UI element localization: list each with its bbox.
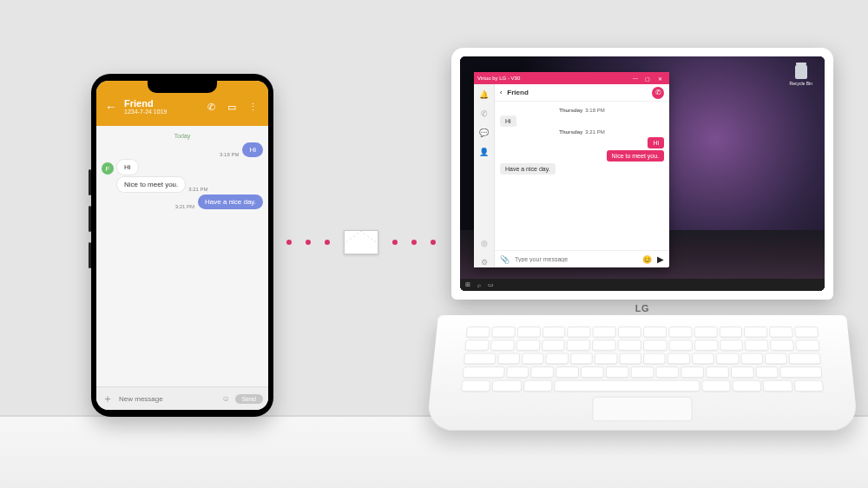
dot-icon bbox=[431, 240, 436, 245]
dot-icon bbox=[306, 240, 311, 245]
phone-device: ← Friend 1234-7-24 1019 ✆ ▭ ⋮ Today 3:18… bbox=[91, 74, 273, 417]
window-maximize-icon[interactable]: ▢ bbox=[641, 76, 654, 82]
recycle-bin-icon bbox=[795, 65, 807, 79]
laptop-keyboard bbox=[461, 326, 824, 392]
app-call-button[interactable]: ✆ bbox=[652, 87, 664, 99]
app-day-divider: Thursday3:21 PM bbox=[500, 129, 664, 135]
phone-side-buttons bbox=[89, 169, 91, 279]
phone-more-icon[interactable]: ⋮ bbox=[246, 100, 260, 114]
message-bubble[interactable]: Hi bbox=[117, 160, 138, 175]
laptop-logo: LG bbox=[438, 303, 846, 313]
phone-message-out: 3:18 PM Hi bbox=[102, 142, 263, 157]
contact-avatar[interactable]: F bbox=[102, 162, 114, 175]
messages-icon[interactable]: 💬 bbox=[479, 128, 490, 138]
message-bubble[interactable]: Hi bbox=[242, 142, 263, 157]
emoji-icon[interactable]: ☺ bbox=[221, 394, 229, 403]
dot-icon bbox=[325, 240, 330, 245]
phone-video-icon[interactable]: ▭ bbox=[225, 100, 239, 114]
phone-day-label: Today bbox=[102, 133, 263, 139]
app-day-divider: Thursday3:18 PM bbox=[500, 108, 664, 113]
app-message-in: Hi bbox=[500, 115, 664, 127]
attach-icon[interactable]: ＋ bbox=[102, 392, 114, 405]
window-close-icon[interactable]: ✕ bbox=[654, 76, 666, 82]
search-icon[interactable]: ⌕ bbox=[477, 282, 481, 288]
recycle-bin[interactable]: Recycle Bin bbox=[790, 65, 812, 86]
message-bubble[interactable]: Nice to meet you. bbox=[117, 177, 185, 192]
phone-message-input[interactable] bbox=[119, 395, 216, 403]
contacts-icon[interactable]: 👤 bbox=[479, 147, 490, 157]
notifications-icon[interactable]: 🔔 bbox=[479, 89, 490, 100]
app-message-list: Thursday3:18 PM Hi Thursday3:21 PM Hi Ni… bbox=[495, 102, 669, 250]
window-titlebar[interactable]: Virtoo by LG - V30 — ▢ ✕ bbox=[474, 72, 669, 84]
phone-contact-subtitle: 1234-7-24 1019 bbox=[124, 109, 197, 115]
app-message-out: Hi bbox=[500, 137, 664, 148]
app-chat-header: ‹ Friend ✆ bbox=[495, 84, 669, 102]
settings-icon[interactable]: ⚙ bbox=[479, 257, 490, 267]
app-composer: 📎 😊 ▶ bbox=[495, 250, 669, 267]
windows-taskbar[interactable]: ⊞ ⌕ ▭ bbox=[460, 279, 825, 291]
dot-icon bbox=[411, 240, 417, 245]
message-bubble[interactable]: Hi bbox=[648, 137, 664, 148]
phone-icon[interactable]: ✆ bbox=[479, 109, 490, 119]
message-timestamp: 3:21 PM bbox=[175, 204, 194, 209]
app-sidebar: 🔔 ✆ 💬 👤 ◎ ⚙ bbox=[474, 84, 495, 267]
taskview-icon[interactable]: ▭ bbox=[488, 281, 494, 288]
laptop-lid: Recycle Bin Virtoo by LG - V30 — ▢ ✕ 🔔 ✆… bbox=[451, 48, 833, 300]
phone-send-button[interactable]: Send bbox=[235, 394, 263, 404]
phone-message-in: Nice to meet you. 3:21 PM bbox=[102, 177, 263, 192]
phone-composer: ＋ ☺ Send bbox=[96, 386, 268, 410]
sync-connector bbox=[286, 230, 436, 254]
message-bubble[interactable]: Have a nice day. bbox=[500, 163, 556, 175]
phone-call-icon[interactable]: ✆ bbox=[204, 100, 218, 114]
back-chevron-icon[interactable]: ‹ bbox=[500, 89, 502, 96]
phone-screen: ← Friend 1234-7-24 1019 ✆ ▭ ⋮ Today 3:18… bbox=[96, 81, 268, 410]
attach-icon[interactable]: 📎 bbox=[500, 255, 510, 264]
laptop-trackpad[interactable] bbox=[592, 397, 693, 422]
phone-contact-name: Friend bbox=[124, 99, 197, 109]
start-icon[interactable]: ⊞ bbox=[465, 281, 470, 288]
message-timestamp: 3:21 PM bbox=[188, 187, 207, 192]
app-message-out: Nice to meet you. bbox=[500, 150, 664, 162]
message-bubble[interactable]: Hi bbox=[500, 115, 516, 127]
back-arrow-icon[interactable]: ← bbox=[105, 100, 117, 114]
phone-notch bbox=[148, 81, 217, 93]
message-bubble[interactable]: Have a nice day. bbox=[198, 195, 263, 209]
laptop-base bbox=[426, 315, 858, 431]
dot-icon bbox=[392, 240, 398, 245]
laptop-screen: Recycle Bin Virtoo by LG - V30 — ▢ ✕ 🔔 ✆… bbox=[460, 56, 825, 291]
app-message-in: Have a nice day. bbox=[500, 163, 664, 175]
message-timestamp: 3:18 PM bbox=[220, 152, 239, 157]
virtoo-app-window: Virtoo by LG - V30 — ▢ ✕ 🔔 ✆ 💬 👤 ◎ ⚙ bbox=[474, 72, 669, 267]
mirror-icon[interactable]: ◎ bbox=[479, 238, 490, 248]
phone-message-list: Today 3:18 PM Hi F Hi Nice to meet you. … bbox=[96, 126, 268, 386]
emoji-icon[interactable]: 😊 bbox=[642, 255, 652, 264]
message-bubble[interactable]: Nice to meet you. bbox=[607, 150, 664, 162]
send-icon[interactable]: ▶ bbox=[657, 254, 664, 264]
dot-icon bbox=[286, 240, 292, 245]
app-main-pane: ‹ Friend ✆ Thursday3:18 PM Hi Thursday3:… bbox=[495, 84, 669, 267]
envelope-icon bbox=[344, 230, 378, 254]
app-message-input[interactable] bbox=[515, 256, 637, 262]
window-minimize-icon[interactable]: — bbox=[629, 76, 641, 81]
recycle-bin-label: Recycle Bin bbox=[790, 81, 812, 86]
laptop-device: Recycle Bin Virtoo by LG - V30 — ▢ ✕ 🔔 ✆… bbox=[438, 48, 846, 432]
window-title: Virtoo by LG - V30 bbox=[477, 76, 629, 81]
app-contact-name: Friend bbox=[507, 89, 528, 96]
phone-message-in: F Hi bbox=[102, 160, 263, 175]
phone-message-out: 3:21 PM Have a nice day. bbox=[102, 195, 263, 209]
